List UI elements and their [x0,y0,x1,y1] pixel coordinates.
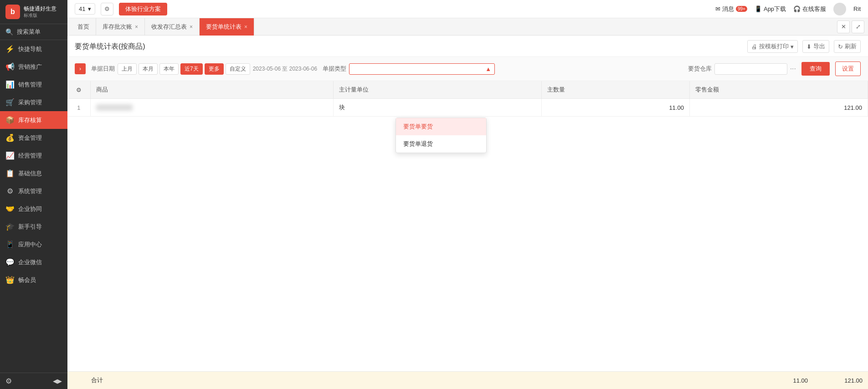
date-filter-group: 单据日期 上月 本月 本年 近7天 更多 自定义 2023-05-06 至 20… [91,63,317,75]
app-logo-icon: b [5,5,20,19]
sidebar-item-营销推广[interactable]: 📢 营销推广 [0,58,67,76]
col-amount-header: 零售金额 [689,81,868,99]
app-download-label: App下载 [764,5,786,13]
warehouse-more-icon[interactable]: ··· [790,65,796,73]
topbar-settings-btn[interactable]: ⚙ [101,3,113,15]
message-icon: ✉ [715,5,720,12]
sidebar-item-应用中心[interactable]: 📱 应用中心 [0,235,67,253]
sidebar-item-label: 库存核算 [18,116,42,124]
tab-inventory-batch-close[interactable]: × [135,24,138,30]
col-unit-header: 主计量单位 [333,81,541,99]
page-actions: 🖨 按模板打印 ▾ ⬇ 导出 ↻ 刷新 [747,40,861,53]
sidebar-item-经营管理[interactable]: 📈 经营管理 [0,147,67,164]
filter-bar: › 单据日期 上月 本月 本年 近7天 更多 自定义 2023-05-06 至 … [67,57,868,81]
date-btn-this-month[interactable]: 本月 [139,63,158,75]
sidebar-item-label: 经营管理 [18,152,42,160]
sidebar-item-icon: 🎓 [5,222,15,231]
date-filter-label: 单据日期 [91,65,115,73]
message-btn[interactable]: ✉ 消息 99+ [715,5,747,13]
sidebar-item-icon: 📊 [5,80,15,89]
settings-filter-button[interactable]: 设置 [835,61,861,76]
type-filter-input-wrapper: ▲ [349,63,495,75]
sidebar-item-label: 系统管理 [18,187,42,195]
row-unit: 块 [333,99,541,117]
online-service-btn[interactable]: 🎧 在线客服 [793,5,826,13]
print-dropdown-icon: ▾ [791,43,794,50]
tab-close-all-btn[interactable]: ✕ [837,20,850,33]
sidebar-item-企业协同[interactable]: 🤝 企业协同 [0,200,67,218]
sidebar-collapse-icon[interactable]: ◀▶ [53,378,62,384]
print-btn[interactable]: 🖨 按模板打印 ▾ [747,40,798,53]
tab-requisition-close[interactable]: × [244,24,247,30]
date-btn-last-month[interactable]: 上月 [118,63,137,75]
tab-restore-btn[interactable]: ⤢ [852,20,864,33]
row-product [90,99,333,117]
export-btn[interactable]: ⬇ 导出 [802,40,829,53]
type-filter-arrow-icon[interactable]: ▲ [485,66,491,72]
dropdown-item-0[interactable]: 要货单要货 [396,118,486,135]
tab-summary-close[interactable]: × [190,24,193,30]
sidebar-item-label: 企业微信 [18,258,42,266]
sidebar-item-畅会员[interactable]: 👑 畅会员 [0,271,67,289]
sidebar-settings-icon[interactable]: ⚙ [5,377,12,385]
topbar-right: ✉ 消息 99+ 📱 App下载 🎧 在线客服 Rit [715,3,861,15]
sidebar-item-icon: 📈 [5,151,15,160]
sidebar-item-企业微信[interactable]: 💬 企业微信 [0,253,67,271]
filter-expand-btn[interactable]: › [75,63,86,74]
tab-home-label: 首页 [77,23,89,31]
tabbar-actions: ✕ ⤢ [837,20,864,33]
sidebar-item-label: 企业协同 [18,205,42,213]
sidebar-item-label: 快捷导航 [18,45,42,53]
user-avatar[interactable] [833,3,846,15]
export-label: 导出 [813,42,825,51]
search-icon: 🔍 [5,28,13,36]
type-filter-input[interactable] [349,63,495,75]
sidebar-item-新手引导[interactable]: 🎓 新手引导 [0,218,67,235]
col-settings-header[interactable]: ⚙ [67,81,90,99]
table-row: 1 块 11.00 121.00 [67,99,868,117]
row-qty: 11.00 [541,99,689,117]
trial-button[interactable]: 体验行业方案 [119,3,167,15]
dropdown-item-1[interactable]: 要货单退货 [396,135,486,153]
store-name: 41 [79,5,85,12]
sidebar-item-采购管理[interactable]: 🛒 采购管理 [0,93,67,111]
data-table: ⚙ 商品 主计量单位 主数量 零售金额 1 [67,81,868,117]
sidebar-item-库存核算[interactable]: 📦 库存核算 [0,111,67,129]
refresh-icon: ↻ [838,43,843,50]
page-header: 要货单统计表(按商品) 🖨 按模板打印 ▾ ⬇ 导出 ↻ 刷新 [67,36,868,57]
search-menu-item[interactable]: 🔍 搜索菜单 [0,24,67,40]
store-selector[interactable]: 41 ▾ [75,3,95,15]
warehouse-filter-input[interactable] [714,63,787,75]
tab-summary[interactable]: 收发存汇总表 × [145,18,200,36]
sidebar-item-资金管理[interactable]: 💰 资金管理 [0,129,67,147]
date-btn-this-year[interactable]: 本年 [159,63,179,75]
warehouse-filter-group: 要货仓库 ··· [688,63,796,75]
tab-summary-label: 收发存汇总表 [151,23,187,31]
date-btn-more[interactable]: 更多 [205,63,224,75]
query-button[interactable]: 查询 [801,62,830,76]
sidebar-item-基础信息[interactable]: 📋 基础信息 [0,164,67,182]
sidebar-item-系统管理[interactable]: ⚙ 系统管理 [0,182,67,200]
date-range-btns: 上月 本月 本年 近7天 更多 自定义 [118,63,250,75]
table-footer: 合计 11.00 121.00 [67,371,868,389]
app-download-btn[interactable]: 📱 App下载 [755,5,786,13]
type-dropdown-menu: 要货单要货 要货单退货 [395,118,487,153]
sidebar-item-快捷导航[interactable]: ⚡ 快捷导航 [0,40,67,58]
sidebar-item-icon: 📋 [5,169,15,178]
sidebar-item-label: 资金管理 [18,134,42,142]
print-icon: 🖨 [751,43,757,50]
topbar: 41 ▾ ⚙ 体验行业方案 ✉ 消息 99+ 📱 App下载 🎧 在线客服 [67,0,868,18]
sidebar-item-icon: 💬 [5,258,15,266]
date-btn-custom[interactable]: 自定义 [226,63,250,75]
table-header-row: ⚙ 商品 主计量单位 主数量 零售金额 [67,81,868,99]
product-blur-placeholder [96,104,133,111]
sidebar: b 畅捷通好生意 标准版 🔍 搜索菜单 ⚡ 快捷导航 📢 营销推广 📊 销售管理… [0,0,67,389]
tab-inventory-batch[interactable]: 库存批次账 × [96,18,145,36]
date-range-display: 2023-05-06 至 2023-06-06 [253,65,317,73]
store-dropdown-icon: ▾ [88,5,91,12]
tab-requisition[interactable]: 要货单统计表 × [200,18,254,36]
sidebar-item-销售管理[interactable]: 📊 销售管理 [0,76,67,93]
date-btn-7days[interactable]: 近7天 [180,63,203,75]
tab-home[interactable]: 首页 [71,18,96,36]
refresh-btn[interactable]: ↻ 刷新 [834,40,861,53]
